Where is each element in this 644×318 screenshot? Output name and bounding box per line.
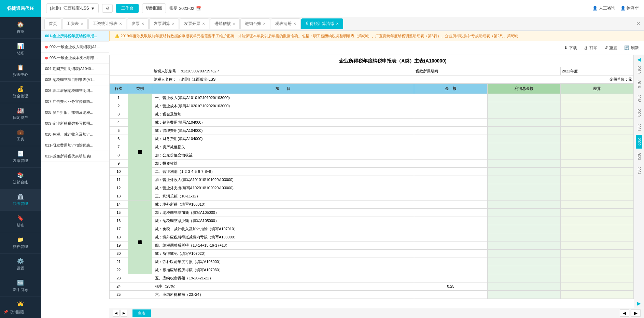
year-item-2024[interactable]: 2024 [636,164,642,177]
left-panel-item-003[interactable]: 003-一般企业成本支出明细... [41,53,109,64]
tab-sales-check[interactable]: 进销稽核 ✕ [210,18,240,29]
tab-invoice[interactable]: 发票 ✕ [127,18,149,29]
item-label: 012-减免所得税优惠明细表(... [45,154,95,159]
category-profit: 利润总额计算 [128,94,152,200]
tab-close-icon[interactable]: ✕ [81,22,83,26]
year-item-2018[interactable]: 2018 [636,92,642,105]
sidebar-item-invoice[interactable]: 🧾 发票管理 [0,146,41,168]
item-label: 009-企业所得税弥补亏损明... [45,121,93,126]
tab-close-icon[interactable]: ✕ [119,22,122,26]
company-selector[interactable]: (勿删）江西服宝-LSS ▼ [46,3,99,13]
tab-invoice-calc[interactable]: 发票测算 ✕ [149,18,179,29]
left-panel-item-002[interactable]: 002-一般企业收入明细表(A1... [41,42,109,53]
left-panel-item-004[interactable]: 004-期间费用明细表(A1040... [41,64,109,74]
year-item-2022[interactable]: 2022 [636,135,642,149]
year-panel-arrow-down-icon[interactable]: ▶ [637,301,641,306]
sidebar-item-label: 进销台账 [13,180,28,185]
year-item-2019[interactable]: 2019 [636,63,642,77]
refresh-label: 刷新 [631,45,639,51]
table-row: 17 减：免税、减计收入及加计扣除（填写A107010） [110,225,634,233]
left-panel-item-007[interactable]: 007-广告费和业务宣传费跨... [41,96,109,107]
sidebar-item-settings[interactable]: ⚙️ 设置 [0,254,41,275]
tab-close-icon[interactable]: ✕ [263,22,266,26]
tab-close-active-icon[interactable]: ✕ [336,22,339,26]
tab-close-icon[interactable]: ✕ [141,22,144,26]
refresh-button[interactable]: 🔄 刷新 [624,45,639,51]
sheet-tab-main[interactable]: 主表 [132,309,151,317]
close-window-icon[interactable]: ✕ [636,20,641,27]
user-service[interactable]: 👤 人工咨询 [592,5,615,11]
left-panel-item-012[interactable]: 012-减免所得税优惠明细表(... [41,151,109,162]
tab-sales-ledger[interactable]: 进销台账 ✕ [240,18,270,29]
sales-icon: 📚 [17,172,24,178]
tab-payroll[interactable]: 工资表 ✕ [62,18,88,29]
table-scroll-left[interactable]: ◀ [620,309,629,317]
tab-tax-list[interactable]: 税表清册 ✕ [271,18,300,29]
table-row: 23 五、应纳税所得额（19-20-21-22） [110,274,634,282]
settings-icon: ⚙️ [17,258,24,264]
left-panel-item-010[interactable]: 010-免税、减计收入及加计... [41,129,109,140]
year-item-2016[interactable]: 2016 [636,77,642,91]
sheet-prev-button[interactable]: ◀ [113,310,120,317]
sidebar-item-member[interactable]: 👑 畅会员 [0,297,41,306]
table-row: 5 减：管理费用(填写A104000) [110,126,634,135]
sidebar-item-guide[interactable]: 🆕 新手引导 [0,275,41,297]
left-panel-item-006[interactable]: 006-职工薪酬纳税调整明细... [41,85,109,96]
tab-close-icon[interactable]: ✕ [293,22,296,26]
sidebar-item-ledger[interactable]: 📊 总账 [0,39,41,60]
sidebar-item-tax[interactable]: 🏛️ 税务管理 [0,189,41,211]
sidebar-item-sales[interactable]: 📚 进销台账 [0,168,41,189]
reset-button[interactable]: ↺ 重置 [604,45,617,51]
taxpayer-id-value: 91320500703719732P [181,69,219,73]
year-item-2023[interactable]: 2023 [636,149,642,163]
sidebar-item-label: 设置 [17,266,24,271]
left-panel-item-005[interactable]: 005-纳税调整项目明细表(A1... [41,74,109,85]
table-row: 14 应纳税所得额计算 减：境外所得（填写A108010） [110,200,634,208]
left-panel: 001-企业所得税年度纳税申报... 002-一般企业收入明细表(A1... 0… [41,31,109,318]
sidebar-pin-toggle[interactable]: 📌 取消固定 [0,306,41,318]
tab-home[interactable]: 首页 [44,18,61,29]
tab-invoice-open[interactable]: 发票开票 ✕ [180,18,209,29]
left-panel-item-008[interactable]: 008-资产折旧、摊销及纳税... [41,107,109,118]
tab-bar: 首页 工资表 ✕ 工资统计报表 ✕ 发票 ✕ 发票测算 ✕ 发票开票 ✕ [41,17,644,31]
table-row: 4 减：销售费用(填写A104000) [110,118,634,126]
workbench-button[interactable]: 工作台 [116,4,139,13]
sidebar-item-finance[interactable]: 💰 资金管理 [0,82,41,103]
item-label: 008-资产折旧、摊销及纳税... [45,110,93,115]
download-button[interactable]: ⬇ 下载 [564,45,577,51]
pin-icon: 📌 [3,310,8,314]
item-label: 002-一般企业收入明细表(A1... [50,44,100,50]
sidebar-item-home[interactable]: 🏠 首页 [0,17,41,39]
left-panel-item-011[interactable]: 011-研发费用加计扣除优惠... [41,140,109,151]
tab-payroll-report[interactable]: 工资统计报表 ✕ [88,18,126,29]
left-panel-item-009[interactable]: 009-企业所得税弥补亏损明... [41,118,109,129]
sidebar-item-archive[interactable]: 📁 归档管理 [0,232,41,254]
sidebar-item-payroll[interactable]: 💼 工资 [0,125,41,146]
print-icon[interactable]: 🖨 [102,4,113,13]
col-header-category: 类别 [128,83,152,94]
table-row: 8 加：公允价值变动收益 [110,151,634,159]
item-label: 004-期间费用明细表(A1040... [45,66,94,71]
table-scroll-right[interactable]: ▶ [631,309,641,317]
switch-button[interactable]: 切到旧版 [142,3,166,13]
print-button[interactable]: 🖨 打印 [584,45,598,51]
sidebar-item-reports[interactable]: 📋 报表中心 [0,60,41,82]
sidebar-item-close[interactable]: 🔖 结账 [0,211,41,232]
year-panel-expand-icon[interactable]: ◀ [637,57,641,62]
year-item-2020[interactable]: 2020 [636,106,642,120]
calendar-icon[interactable]: 📅 [196,6,201,11]
download-label: 下载 [569,45,577,51]
year-item-2021[interactable]: 2021 [636,121,642,134]
tab-close-icon[interactable]: ✕ [233,22,235,26]
sheet-next-button[interactable]: ▶ [121,310,127,317]
left-panel-item-001[interactable]: 001-企业所得税年度纳税申报... [41,31,109,42]
table-row: 7 减：资产减值损失 [110,143,634,151]
item-label: 005-纳税调整项目明细表(A1... [45,77,95,82]
tab-income-tax[interactable]: 所得税汇算清缴 ✕ [301,18,343,29]
sidebar-item-assets[interactable]: 🏭 固定资产 [0,103,41,125]
tab-close-icon[interactable]: ✕ [202,22,205,26]
table-row: 24 税率（25%） 0.25 [110,282,634,290]
tab-close-icon[interactable]: ✕ [172,22,174,26]
table-row: 10 二、营业利润（1-2-3-4-5-6-7-8+9） [110,167,634,176]
col-header-profit: 利润总金额 [487,83,560,94]
